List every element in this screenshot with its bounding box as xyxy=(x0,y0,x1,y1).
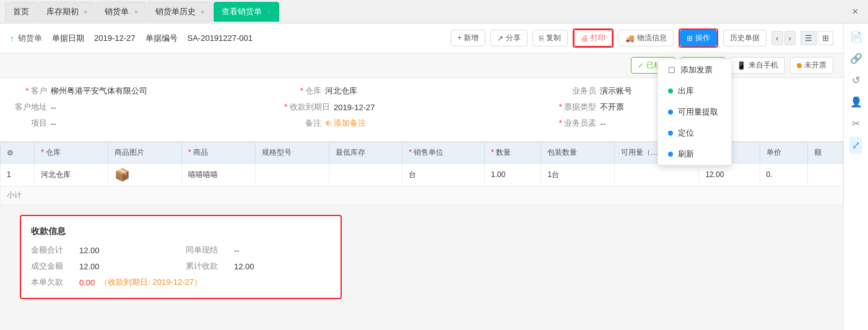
invoice-icon: ☐ xyxy=(668,66,675,75)
operation-highlight-box: ⊞ 操作 xyxy=(679,28,718,48)
print-icon: 🖨 xyxy=(581,34,588,43)
dropdown-locate[interactable]: 定位 xyxy=(658,123,731,144)
total-collected-label: 累计收款 xyxy=(186,261,229,272)
operation-label: 操作 xyxy=(695,33,710,43)
prev-button[interactable]: ‹ xyxy=(771,31,783,45)
staff-label: 业务员 xyxy=(559,85,596,97)
payment-panel-title: 收款信息 xyxy=(31,226,331,237)
share-label: 分享 xyxy=(506,33,521,43)
share-icon: ↗ xyxy=(497,34,503,43)
remark-label: 备注 xyxy=(284,118,321,129)
copy-button[interactable]: ⎘ 复制 xyxy=(532,30,568,46)
dropdown-refresh[interactable]: 刷新 xyxy=(658,144,731,165)
tab-close-icon[interactable]: × xyxy=(84,8,87,15)
cell-spec xyxy=(255,163,329,186)
deal-amount-row: 成交金额 12.00 xyxy=(31,261,176,272)
cell-no: 1 xyxy=(1,163,35,186)
phone-button[interactable]: 📱 来自手机 xyxy=(730,57,785,74)
logistics-button[interactable]: 🚚 物流信息 xyxy=(618,30,674,46)
business-staff-label: 业务员孟 xyxy=(559,118,597,129)
customer-value: 柳州粤港平安气体有限公司 xyxy=(51,85,147,97)
customer-label: 客户 xyxy=(10,85,47,97)
check-icon: ✓ xyxy=(638,61,644,70)
deal-amount-label: 成交金额 xyxy=(31,261,74,272)
outbound-label: 出库 xyxy=(678,85,694,97)
sidebar-refresh-icon[interactable]: ↺ xyxy=(849,72,862,89)
nav-arrows: ‹ › xyxy=(771,31,796,45)
tab-label: 销货单 xyxy=(105,6,129,17)
customer-field: 客户 柳州粤港平安气体有限公司 xyxy=(10,85,284,97)
sidebar-link-icon[interactable]: 🔗 xyxy=(848,50,865,67)
same-order-label: 同单现结 xyxy=(186,245,229,256)
tab-home[interactable]: 首页 xyxy=(5,2,37,22)
remark-field: 备注 ⊕ 添加备注 xyxy=(284,118,558,129)
outbound-dot xyxy=(668,89,673,93)
tab-view-sales[interactable]: 查看销货单 × xyxy=(214,2,279,22)
business-staff-value: -- xyxy=(600,119,605,128)
col-settings[interactable]: ⚙ xyxy=(1,142,35,163)
list-view-button[interactable]: ☰ xyxy=(801,31,817,45)
this-due-label: 本单欠款 xyxy=(31,277,74,288)
tab-sales-history[interactable]: 销货单历史 × xyxy=(147,2,212,22)
not-open-label: 未开票 xyxy=(804,60,827,71)
tab-inventory-init[interactable]: 库存期初 × xyxy=(38,2,95,22)
tab-sales-order[interactable]: 销货单 × xyxy=(97,2,145,22)
new-label: + 新增 xyxy=(458,33,479,43)
sidebar-doc-icon[interactable]: 📄 xyxy=(848,28,865,45)
refresh-label: 刷新 xyxy=(678,149,694,160)
not-open-button[interactable]: 未开票 xyxy=(790,57,833,74)
col-min-stock: 最低库存 xyxy=(329,142,402,163)
this-due-row: 本单欠款 0.00 （收款到期日: 2019-12-27） xyxy=(31,277,331,288)
code-value: SA-20191227-001 xyxy=(188,33,253,43)
dropdown-outbound[interactable]: 出库 xyxy=(658,80,731,102)
same-order-row: 同单现结 -- xyxy=(186,245,331,256)
due-date-hint: （收款到期日: 2019-12-27） xyxy=(100,277,202,288)
dropdown-available-extract[interactable]: 可用量提取 xyxy=(658,102,731,123)
tab-home-label: 首页 xyxy=(13,6,29,17)
global-close-button[interactable]: × xyxy=(848,4,863,20)
print-button[interactable]: 🖨 打印 xyxy=(574,30,612,46)
cell-min-stock xyxy=(329,163,402,186)
total-collected-value: 12.00 xyxy=(234,262,254,271)
sidebar-user-icon[interactable]: 👤 xyxy=(848,93,865,110)
next-button[interactable]: › xyxy=(784,31,796,45)
tab-bar: 首页 库存期初 × 销货单 × 销货单历史 × 查看销货单 × × xyxy=(0,0,868,24)
grid-view-button[interactable]: ⊞ xyxy=(818,31,833,45)
ticket-type-label: 票据类型 xyxy=(559,102,597,113)
add-invoice-label: 添加发票 xyxy=(680,64,713,76)
print-highlight-box: 🖨 打印 xyxy=(573,28,614,48)
project-field: 项目 -- xyxy=(10,118,284,129)
deal-amount-value: 12.00 xyxy=(79,262,100,271)
sidebar-cut-icon[interactable]: ✂ xyxy=(849,115,862,132)
operation-button[interactable]: ⊞ 操作 xyxy=(680,30,717,46)
same-order-value: -- xyxy=(234,246,240,255)
doc-meta: 单据日期 2019-12-27 单据编号 SA-20191227-001 xyxy=(52,33,253,44)
col-warehouse: 仓库 xyxy=(35,142,108,163)
view-toggle: ☰ ⊞ xyxy=(801,31,833,45)
warehouse-label: 仓库 xyxy=(284,85,321,97)
extract-dot xyxy=(668,110,673,115)
tab-close-icon[interactable]: × xyxy=(134,8,137,15)
remark-add[interactable]: ⊕ 添加备注 xyxy=(325,118,366,129)
new-button[interactable]: + 新增 xyxy=(451,30,485,46)
cell-unit: 台 xyxy=(402,163,485,186)
phone-label: 来自手机 xyxy=(749,60,778,71)
amount-total-row: 金额合计 12.00 xyxy=(31,245,176,256)
right-sidebar: 📄 🔗 ↺ 👤 ✂ ⤢ xyxy=(843,24,868,330)
refresh-dot xyxy=(668,152,673,157)
print-label: 打印 xyxy=(591,33,605,43)
tab-close-icon[interactable]: × xyxy=(201,8,204,15)
cell-quantity: 1.00 xyxy=(485,163,541,186)
history-button[interactable]: 历史单据 xyxy=(723,30,766,46)
tab-label: 查看销货单 xyxy=(222,6,262,17)
share-button[interactable]: ↗ 分享 xyxy=(490,30,527,46)
copy-label: 复制 xyxy=(546,33,561,43)
sidebar-expand-icon[interactable]: ⤢ xyxy=(849,137,862,154)
operation-icon: ⊞ xyxy=(687,34,693,43)
history-label: 历史单据 xyxy=(730,33,760,43)
code-label: 单据编号 xyxy=(145,33,178,44)
payment-panel: 收款信息 金额合计 12.00 同单现结 -- 成交金额 12.00 累计收款 … xyxy=(20,215,342,299)
dropdown-add-invoice[interactable]: ☐ 添加发票 xyxy=(658,59,731,80)
tab-close-icon[interactable]: × xyxy=(267,8,271,15)
cell-price: 0. xyxy=(760,163,808,186)
